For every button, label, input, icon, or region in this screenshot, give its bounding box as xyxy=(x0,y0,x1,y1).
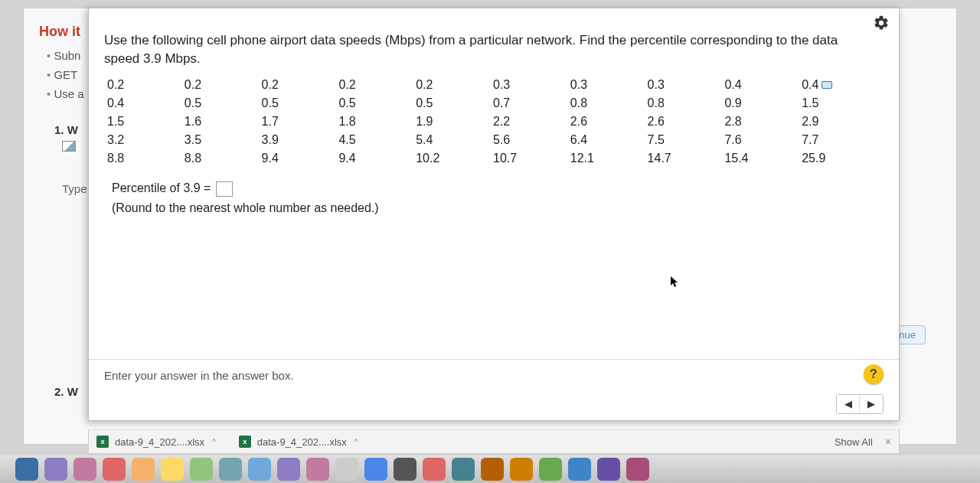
data-cell: 7.6 xyxy=(721,132,799,148)
modal-footer: Enter your answer in the answer box. ? ◀… xyxy=(89,359,899,420)
dock-app-icon[interactable] xyxy=(74,458,96,481)
data-cell: 0.5 xyxy=(335,96,413,111)
data-row: 8.88.89.49.410.210.712.114.715.425.9 xyxy=(104,151,876,166)
data-cell: 1.5 xyxy=(104,114,181,129)
dock-app-icon[interactable] xyxy=(219,458,242,481)
dock-app-icon[interactable] xyxy=(248,458,271,481)
data-cell: 0.4 xyxy=(104,96,181,111)
data-cell: 2.2 xyxy=(490,114,567,129)
data-cell: 7.7 xyxy=(799,132,876,148)
percentile-line: Percentile of 3.9 = xyxy=(89,174,899,198)
data-cell: 0.5 xyxy=(413,96,490,111)
macos-dock xyxy=(0,455,980,483)
downloads-bar: xdata-9_4_202....xlsx^xdata-9_4_202....x… xyxy=(88,429,900,454)
round-note: (Round to the nearest whole number as ne… xyxy=(89,198,899,217)
data-cell: 0.3 xyxy=(645,77,722,93)
data-cell: 0.2 xyxy=(259,77,336,93)
dock-app-icon[interactable] xyxy=(190,458,213,481)
dock-app-icon[interactable] xyxy=(568,458,591,481)
dock-app-icon[interactable] xyxy=(306,458,329,481)
data-cell: 3.9 xyxy=(259,132,336,148)
excel-icon: x xyxy=(96,436,109,448)
dock-app-icon[interactable] xyxy=(161,458,184,481)
dock-app-icon[interactable] xyxy=(481,458,504,481)
data-cell: 0.7 xyxy=(490,96,567,111)
dock-app-icon[interactable] xyxy=(510,458,533,481)
show-all-button[interactable]: Show All xyxy=(835,436,873,448)
data-cell: 1.6 xyxy=(181,114,259,129)
data-cell: 0.4 xyxy=(799,77,876,93)
dock-app-icon[interactable] xyxy=(44,458,67,481)
dock-app-icon[interactable] xyxy=(364,458,387,481)
data-cell: 5.4 xyxy=(413,132,490,148)
footer-hint: Enter your answer in the answer box. xyxy=(104,367,884,382)
data-row: 0.20.20.20.20.20.30.30.30.40.4 xyxy=(104,77,876,93)
data-cell: 10.7 xyxy=(490,151,567,166)
data-cell: 1.9 xyxy=(413,114,490,129)
dock-app-icon[interactable] xyxy=(539,458,562,481)
data-cell: 8.8 xyxy=(181,151,259,166)
data-cell: 10.2 xyxy=(413,151,490,166)
data-cell: 1.5 xyxy=(799,96,876,111)
data-cell: 8.8 xyxy=(104,151,181,166)
data-cell: 0.9 xyxy=(721,96,799,111)
data-cell: 12.1 xyxy=(567,151,645,166)
data-cell: 2.8 xyxy=(721,114,799,129)
data-cell: 0.4 xyxy=(721,77,799,93)
data-cell: 9.4 xyxy=(259,151,336,166)
data-cell: 0.2 xyxy=(104,77,181,93)
gear-icon-svg xyxy=(873,15,890,31)
excel-icon: x xyxy=(239,436,251,448)
dock-app-icon[interactable] xyxy=(626,458,649,481)
dock-app-icon[interactable] xyxy=(394,458,416,481)
data-row: 1.51.61.71.81.92.22.62.62.82.9 xyxy=(104,114,876,129)
dock-app-icon[interactable] xyxy=(335,458,358,481)
data-cell: 2.9 xyxy=(799,114,876,129)
data-cell: 1.7 xyxy=(259,114,336,129)
data-table: 0.20.20.20.20.20.30.30.30.40.40.40.50.50… xyxy=(89,76,899,174)
download-item[interactable]: xdata-9_4_202....xlsx^ xyxy=(239,436,358,448)
data-cell: 2.6 xyxy=(645,114,722,129)
data-cell: 1.8 xyxy=(335,114,413,129)
data-cell: 0.5 xyxy=(259,96,336,111)
image-placeholder-icon xyxy=(62,141,76,152)
data-row: 3.23.53.94.55.45.66.47.57.67.7 xyxy=(104,132,876,148)
dock-app-icon[interactable] xyxy=(103,458,126,481)
downloads-close-button[interactable]: × xyxy=(885,436,891,448)
next-button[interactable]: ▶ xyxy=(860,395,883,413)
prev-button[interactable]: ◀ xyxy=(837,395,860,413)
dock-app-icon[interactable] xyxy=(452,458,475,481)
data-cell: 0.8 xyxy=(645,96,722,111)
help-button[interactable]: ? xyxy=(864,364,884,384)
highlight-icon[interactable] xyxy=(822,81,832,89)
dock-app-icon[interactable] xyxy=(277,458,300,481)
data-cell: 0.3 xyxy=(567,77,645,93)
nav-buttons: ◀ ▶ xyxy=(836,394,884,414)
data-cell: 0.5 xyxy=(181,96,259,111)
data-cell: 5.6 xyxy=(490,132,567,148)
data-cell: 2.6 xyxy=(567,114,645,129)
data-row: 0.40.50.50.50.50.70.80.80.91.5 xyxy=(104,96,876,111)
bg-question-2: 2. W xyxy=(54,385,78,398)
data-cell: 4.5 xyxy=(335,132,413,148)
chevron-up-icon[interactable]: ^ xyxy=(212,438,216,446)
data-cell: 25.9 xyxy=(799,151,876,166)
gear-icon[interactable] xyxy=(873,15,890,34)
question-modal: Use the following cell phone airport dat… xyxy=(88,8,900,421)
dock-app-icon[interactable] xyxy=(423,458,446,481)
chevron-up-icon[interactable]: ^ xyxy=(354,438,358,446)
download-filename: data-9_4_202....xlsx xyxy=(115,436,204,448)
download-item[interactable]: xdata-9_4_202....xlsx^ xyxy=(96,436,216,448)
data-cell: 3.5 xyxy=(181,132,259,148)
data-cell: 9.4 xyxy=(335,151,413,166)
dock-app-icon[interactable] xyxy=(132,458,155,481)
answer-input[interactable] xyxy=(216,181,233,197)
downloads-right: Show All × xyxy=(835,436,891,448)
dock-app-icon[interactable] xyxy=(597,458,620,481)
dock-app-icon[interactable] xyxy=(15,458,38,481)
data-cell: 7.5 xyxy=(645,132,722,148)
data-cell: 0.2 xyxy=(335,77,413,93)
download-filename: data-9_4_202....xlsx xyxy=(257,436,347,448)
question-prompt: Use the following cell phone airport dat… xyxy=(89,8,899,76)
cursor-icon xyxy=(671,276,680,291)
